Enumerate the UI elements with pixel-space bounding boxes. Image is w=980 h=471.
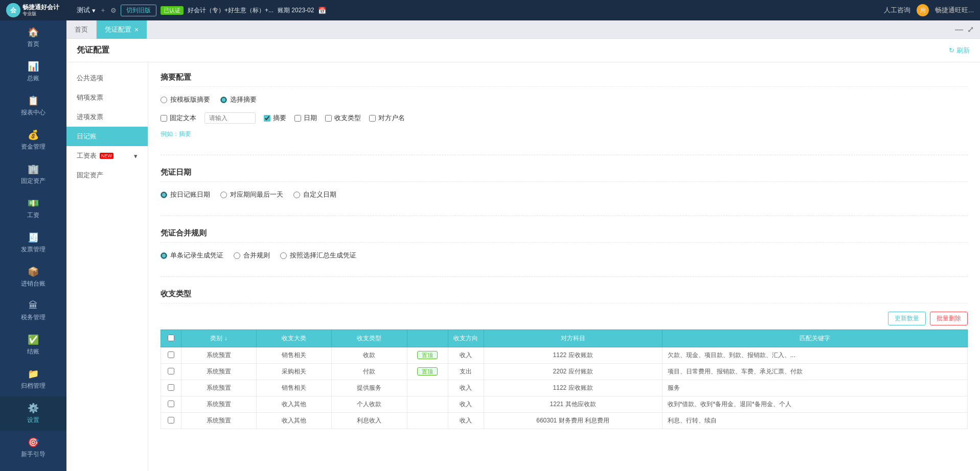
radio-template-summary[interactable]: 按模板版摘要 bbox=[161, 95, 210, 104]
checkbox-summary-input[interactable] bbox=[264, 115, 270, 122]
checkbox-fixed-text-input[interactable] bbox=[161, 115, 167, 122]
radio-template-summary-label: 按模板版摘要 bbox=[170, 95, 210, 104]
row-checkbox[interactable] bbox=[168, 368, 174, 374]
user-name[interactable]: 畅捷通旺旺... bbox=[935, 6, 974, 15]
tab-maximize-btn[interactable]: ⤢ bbox=[967, 25, 974, 34]
radio-summary-generate[interactable]: 按照选择汇总生成凭证 bbox=[280, 251, 356, 260]
help-text[interactable]: 人工咨询 bbox=[884, 6, 910, 15]
row-checkbox[interactable] bbox=[168, 351, 174, 358]
left-nav-fixed-assets[interactable]: 固定资产 bbox=[66, 166, 148, 185]
row-tag bbox=[407, 396, 448, 413]
radio-merge-rule[interactable]: 合并规则 bbox=[234, 251, 270, 260]
update-quantity-btn[interactable]: 更新数量 bbox=[888, 312, 926, 325]
radio-journal-date[interactable]: 按日记账日期 bbox=[161, 190, 210, 199]
radio-select-summary[interactable]: 选择摘要 bbox=[220, 95, 257, 104]
checkbox-income-expense-type[interactable]: 收支类型 bbox=[325, 113, 361, 123]
sidebar-item-fixed-assets[interactable]: 🏢 固定资产 bbox=[0, 157, 66, 192]
tab-home[interactable]: 首页 bbox=[66, 20, 97, 39]
row-big-type: 销售相关 bbox=[257, 347, 332, 364]
date-section-title: 凭证日期 bbox=[161, 168, 968, 182]
radio-single-record-input[interactable] bbox=[161, 252, 167, 259]
row-checkbox[interactable] bbox=[168, 417, 174, 423]
calendar-icon[interactable]: 📅 bbox=[318, 7, 326, 14]
radio-template-summary-input[interactable] bbox=[161, 97, 167, 103]
row-direction: 收入 bbox=[448, 347, 484, 364]
logo-main-text: 畅捷通好会计 bbox=[22, 4, 59, 11]
left-nav-purchase-invoice[interactable]: 进项发票 bbox=[66, 107, 148, 127]
row-subject: 1221 其他应收款 bbox=[484, 396, 662, 413]
sidebar-item-funds[interactable]: 💰 资金管理 bbox=[0, 123, 66, 157]
radio-period-last-day[interactable]: 对应期间最后一天 bbox=[220, 190, 283, 199]
sidebar-item-purchase-sales[interactable]: 📦 进销台账 bbox=[0, 260, 66, 294]
col-big-type: 收支大类 bbox=[257, 330, 332, 347]
checkbox-fixed-text[interactable]: 固定文本 bbox=[161, 113, 196, 123]
checkbox-summary[interactable]: 摘要 bbox=[264, 113, 286, 123]
row-big-type: 收入其他 bbox=[257, 413, 332, 429]
radio-select-summary-input[interactable] bbox=[220, 97, 227, 103]
user-avatar[interactable]: 用 bbox=[917, 4, 929, 16]
row-big-type: 销售相关 bbox=[257, 380, 332, 396]
page-title: 凭证配置 bbox=[77, 45, 109, 56]
sidebar-item-label: 税务管理 bbox=[21, 313, 45, 322]
sidebar-item-salary[interactable]: 💵 工资 bbox=[0, 192, 66, 226]
sidebar-item-invoice[interactable]: 🧾 发票管理 bbox=[0, 226, 66, 260]
radio-journal-date-label: 按日记账日期 bbox=[170, 190, 210, 199]
checkbox-fixed-text-label: 固定文本 bbox=[170, 113, 196, 123]
sidebar-item-archive[interactable]: 📁 归档管理 bbox=[0, 362, 66, 396]
fixed-text-input[interactable] bbox=[204, 112, 256, 124]
checkbox-counterparty-input[interactable] bbox=[369, 115, 376, 122]
radio-merge-rule-input[interactable] bbox=[234, 252, 240, 259]
body-split: 公共选项 销项发票 进项发票 日记账 工资表 NEW ▾ bbox=[66, 62, 980, 471]
checkbox-counterparty[interactable]: 对方户名 bbox=[369, 113, 405, 123]
radio-custom-date[interactable]: 自定义日期 bbox=[293, 190, 336, 199]
left-nav-public[interactable]: 公共选项 bbox=[66, 68, 148, 88]
tab-home-label: 首页 bbox=[75, 25, 88, 34]
radio-single-record[interactable]: 单条记录生成凭证 bbox=[161, 251, 223, 260]
sidebar-item-reports[interactable]: 📋 报表中心 bbox=[0, 89, 66, 123]
archive-icon: 📁 bbox=[28, 368, 39, 380]
home-icon: 🏠 bbox=[28, 27, 39, 38]
select-all-checkbox[interactable] bbox=[168, 335, 174, 341]
plus-icon[interactable]: ＋ bbox=[100, 6, 106, 15]
row-direction: 收入 bbox=[448, 396, 484, 413]
gear-icon[interactable]: ⚙ bbox=[110, 7, 117, 14]
switch-version-btn[interactable]: 切到旧版 bbox=[121, 5, 156, 16]
pin-top-tag[interactable]: 置顶 bbox=[417, 351, 438, 359]
radio-journal-date-input[interactable] bbox=[161, 192, 167, 198]
radio-summary-generate-input[interactable] bbox=[280, 252, 287, 259]
income-expense-section-title: 收支类型 bbox=[161, 289, 968, 303]
left-nav-purchase-invoice-label: 进项发票 bbox=[77, 112, 103, 122]
tab-close-icon[interactable]: × bbox=[134, 26, 139, 34]
row-category: 系统预置 bbox=[181, 396, 257, 413]
sidebar-item-settlement[interactable]: ✅ 结账 bbox=[0, 328, 66, 362]
batch-delete-btn[interactable]: 批量删除 bbox=[930, 312, 968, 325]
sidebar-item-home[interactable]: 🏠 首页 bbox=[0, 20, 66, 55]
left-nav-journal[interactable]: 日记账 bbox=[66, 127, 148, 146]
radio-custom-date-input[interactable] bbox=[293, 192, 300, 198]
refresh-btn[interactable]: ↻ 刷新 bbox=[949, 46, 970, 55]
checkbox-date-input[interactable] bbox=[294, 115, 301, 122]
sidebar-item-member[interactable]: 👑 畅会员 bbox=[0, 465, 66, 471]
row-tag bbox=[407, 380, 448, 396]
summary-example: 例如：摘要 bbox=[161, 130, 968, 138]
sidebar-item-tax[interactable]: 🏛 税务管理 bbox=[0, 294, 66, 328]
tab-minimize-btn[interactable]: — bbox=[955, 25, 963, 34]
sidebar-item-label: 进销台账 bbox=[21, 279, 45, 288]
radio-period-last-day-input[interactable] bbox=[220, 192, 227, 198]
sidebar-item-label: 固定资产 bbox=[21, 177, 45, 185]
test-dropdown[interactable]: 测试 ▾ bbox=[77, 6, 96, 15]
sidebar-item-ledger[interactable]: 📊 总账 bbox=[0, 55, 66, 89]
checkbox-income-expense-type-input[interactable] bbox=[325, 115, 332, 122]
left-nav-payroll[interactable]: 工资表 NEW ▾ bbox=[66, 146, 148, 166]
checkbox-date[interactable]: 日期 bbox=[294, 113, 317, 123]
top-bar: 会 畅捷通好会计 专业版 测试 ▾ ＋ ⚙ 切到旧版 已认证 好会计（专）+好生… bbox=[0, 0, 980, 20]
row-checkbox[interactable] bbox=[168, 401, 174, 407]
sidebar-item-newbie[interactable]: 🎯 新手引导 bbox=[0, 431, 66, 465]
checkbox-counterparty-label: 对方户名 bbox=[378, 113, 405, 123]
sidebar-item-settings[interactable]: ⚙️ 设置 bbox=[0, 396, 66, 431]
row-checkbox[interactable] bbox=[168, 384, 174, 391]
tab-voucher-config[interactable]: 凭证配置 × bbox=[97, 20, 147, 39]
pin-top-tag[interactable]: 置顶 bbox=[417, 367, 438, 375]
left-nav-sales-invoice[interactable]: 销项发票 bbox=[66, 88, 148, 107]
sidebar-item-label: 资金管理 bbox=[21, 143, 45, 151]
